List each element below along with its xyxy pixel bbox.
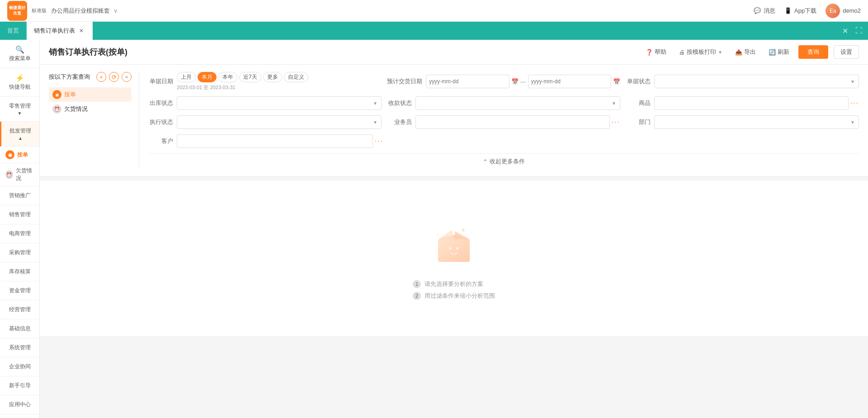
empty-tip-2: 2 用过滤条件来缩小分析范围 — [413, 292, 495, 300]
department-label: 部门 — [626, 118, 651, 126]
sidebar-item-inventory[interactable]: 库存核算 — [0, 262, 39, 281]
date-separator: — — [520, 78, 526, 85]
salesperson-more-icon[interactable]: ··· — [612, 118, 620, 126]
message-button[interactable]: 💬 消息 — [754, 7, 775, 15]
goods-input[interactable] — [654, 96, 849, 110]
scheme-by-order-label: 按单 — [64, 90, 76, 99]
date-btn-7days[interactable]: 近7天 — [239, 72, 261, 82]
svg-point-8 — [449, 247, 452, 250]
sidebar-item-app-center[interactable]: 应用中心 — [0, 395, 39, 414]
sidebar-item-system[interactable]: 系统管理 — [0, 338, 39, 357]
window-maximize-icon[interactable]: ⛶ — [854, 27, 864, 35]
execution-status-select[interactable]: ▼ — [177, 115, 382, 129]
breadcrumb-text: 办公用品行业模拟账套 — [51, 7, 110, 15]
sidebar-item-wholesale[interactable]: 批发管理 ▲ — [0, 122, 39, 147]
top-header: 畅捷通好生意 标准版 办公用品行业模拟账套 ∨ 💬 消息 📱 App下载 Ea … — [0, 0, 868, 22]
sidebar-item-enterprise-collab[interactable]: 企业协同 — [0, 357, 39, 376]
tab-home-label: 首页 — [7, 27, 19, 35]
payment-status-select[interactable]: ▼ — [415, 96, 620, 110]
refresh-button[interactable]: 🔄 刷新 — [765, 46, 793, 58]
date-btn-custom[interactable]: 自定义 — [284, 72, 308, 82]
expected-delivery-range: 📅 — 📅 — [426, 75, 620, 88]
sidebar-item-search[interactable]: 🔍 搜索菜单 — [0, 40, 39, 68]
sidebar: 🔍 搜索菜单 ⚡ 快捷导航 零售管理 ▼ 批发管理 ▲ ◉ 按单 ⏰ 欠货情况 … — [0, 40, 40, 418]
empty-tips: 1 请先选择要分析的方案 2 用过滤条件来缩小分析范围 — [413, 280, 495, 300]
filter-field-execution-status: 执行状态 ▼ — [148, 115, 382, 129]
settings-button[interactable]: 设置 — [834, 45, 859, 59]
collapse-filters-button[interactable]: ⌃ 收起更多条件 — [483, 157, 525, 166]
sidebar-item-shortcut[interactable]: ⚡ 快捷导航 — [0, 68, 39, 97]
sub-item-shortage[interactable]: ⏰ 欠货情况 — [0, 163, 39, 186]
filter-field-doc-date: 单据日期 上月 本月 本年 近7天 更多 自定义 2023-03-01 至 20… — [148, 72, 382, 91]
filter-scheme-header: 按以下方案查询 + ⟳ « — [49, 72, 132, 82]
date-btn-this-year[interactable]: 本年 — [218, 72, 237, 82]
app-download-button[interactable]: 📱 App下载 — [784, 7, 816, 15]
collapse-scheme-button[interactable]: « — [122, 72, 132, 82]
user-menu[interactable]: Ea demo2 — [826, 4, 861, 18]
delivery-status-select[interactable]: ▼ — [177, 96, 382, 110]
date-btn-last-month[interactable]: 上月 — [177, 72, 196, 82]
export-button[interactable]: 📤 导出 — [731, 46, 760, 58]
sidebar-item-purchase[interactable]: 采购管理 — [0, 243, 39, 262]
tab-home[interactable]: 首页 — [0, 22, 27, 40]
empty-state: ✦ ✦ ✦ 1 请先选择要分析的方案 2 用过滤条件来缩小分析范围 — [40, 180, 868, 336]
tab-sales-order[interactable]: 销售订单执行表 ✕ — [27, 22, 93, 40]
goods-more-icon[interactable]: ··· — [850, 99, 859, 107]
print-dropdown-icon: ▼ — [718, 50, 722, 55]
filter-field-department: 部门 ▼ — [626, 115, 859, 129]
print-icon: 🖨 — [679, 49, 685, 56]
message-icon: 💬 — [754, 7, 761, 14]
sidebar-item-retail[interactable]: 零售管理 ▼ — [0, 97, 39, 122]
sidebar-item-operations[interactable]: 经营管理 — [0, 300, 39, 319]
tip-text-2: 用过滤条件来缩小分析范围 — [425, 292, 495, 300]
filter-field-doc-status: 单据状态 ▼ — [626, 75, 859, 88]
refresh-scheme-button[interactable]: ⟳ — [109, 72, 119, 82]
payment-status-label: 收款状态 — [387, 99, 412, 107]
scheme-orange-icon: ◉ — [52, 90, 61, 99]
date-btn-this-month[interactable]: 本月 — [198, 72, 217, 82]
scheme-item-by-order[interactable]: ◉ 按单 — [49, 87, 132, 102]
scheme-item-shortage[interactable]: ⏰ 欠货情况 — [49, 102, 132, 116]
help-button[interactable]: ❓ 帮助 — [642, 46, 670, 58]
execution-status-label: 执行状态 — [148, 118, 173, 126]
tab-close-icon[interactable]: ✕ — [78, 27, 85, 34]
breadcrumb: 办公用品行业模拟账套 ∨ — [51, 7, 118, 15]
sidebar-item-enterprise-wechat[interactable]: 企业微信 — [0, 414, 39, 418]
sidebar-item-finance[interactable]: 资金管理 — [0, 281, 39, 300]
salesperson-label: 业务员 — [387, 118, 412, 126]
calendar-start-icon[interactable]: 📅 — [511, 78, 519, 85]
filter-row-4: 客户 ··· — [148, 134, 859, 148]
tip-text-1: 请先选择要分析的方案 — [425, 280, 483, 288]
query-button[interactable]: 查询 — [798, 45, 828, 59]
expected-delivery-start[interactable] — [426, 75, 509, 88]
shortcut-nav-icon: ⚡ — [15, 74, 24, 82]
empty-state-illustration: ✦ ✦ ✦ — [427, 217, 481, 271]
breadcrumb-dropdown-icon[interactable]: ∨ — [113, 7, 118, 14]
salesperson-input[interactable] — [415, 115, 610, 129]
calendar-end-icon[interactable]: 📅 — [613, 78, 620, 85]
customer-input[interactable] — [177, 134, 373, 148]
sidebar-item-newbie[interactable]: 新手引导 — [0, 376, 39, 395]
add-scheme-button[interactable]: + — [96, 72, 106, 82]
sidebar-item-basic-info[interactable]: 基础信息 — [0, 319, 39, 338]
sub-item-by-order[interactable]: ◉ 按单 — [0, 147, 39, 163]
help-icon: ❓ — [646, 49, 653, 56]
department-select[interactable]: ▼ — [654, 115, 859, 129]
export-icon: 📤 — [735, 49, 742, 56]
window-close-icon[interactable]: ✕ — [840, 27, 850, 35]
sidebar-item-marketing[interactable]: 营销推广 — [0, 186, 39, 205]
search-menu-icon: 🔍 — [15, 45, 24, 54]
sidebar-item-ecommerce[interactable]: 电商管理 — [0, 224, 39, 243]
sidebar-item-sales[interactable]: 销售管理 — [0, 205, 39, 224]
expected-delivery-end[interactable] — [528, 75, 612, 88]
svg-text:✦: ✦ — [461, 227, 466, 234]
execution-dropdown-icon: ▼ — [373, 120, 377, 125]
page-title: 销售订单执行表(按单) — [49, 47, 127, 57]
svg-point-9 — [456, 247, 459, 250]
page-header: 销售订单执行表(按单) ❓ 帮助 🖨 按模板打印 ▼ 📤 导出 🔄 刷新 — [40, 40, 868, 65]
main-layout: 🔍 搜索菜单 ⚡ 快捷导航 零售管理 ▼ 批发管理 ▲ ◉ 按单 ⏰ 欠货情况 … — [0, 40, 868, 418]
date-btn-more[interactable]: 更多 — [263, 72, 282, 82]
customer-more-icon[interactable]: ··· — [375, 137, 383, 145]
doc-status-select[interactable]: ▼ — [654, 75, 859, 88]
print-button[interactable]: 🖨 按模板打印 ▼ — [675, 46, 726, 58]
